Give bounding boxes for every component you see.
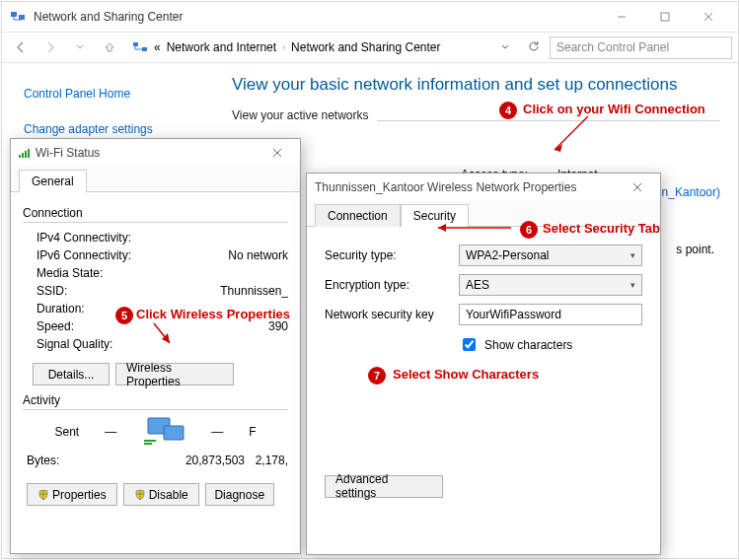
dash-2: — bbox=[211, 425, 223, 439]
advanced-settings-button[interactable]: Advanced settings bbox=[325, 475, 443, 498]
dash-1: — bbox=[105, 425, 116, 439]
computer-icon bbox=[142, 416, 185, 448]
annotation-badge-7: 7 bbox=[368, 367, 386, 385]
breadcrumb-item-2[interactable]: Network and Sharing Center bbox=[291, 40, 440, 54]
annotation-text-5: Click Wireless Properties bbox=[136, 307, 290, 321]
signal-label: Signal Quality: bbox=[23, 337, 156, 351]
bytes-recv: 2,178, bbox=[256, 454, 288, 467]
svg-rect-11 bbox=[164, 426, 184, 440]
window-title: Network and Sharing Center bbox=[34, 10, 600, 24]
change-adapter-link[interactable]: Change adapter settings bbox=[24, 122, 210, 136]
chevron-down-icon: ▾ bbox=[630, 250, 635, 260]
breadcrumb-item-1[interactable]: Network and Internet bbox=[167, 40, 276, 54]
svg-rect-13 bbox=[144, 443, 152, 445]
svg-rect-6 bbox=[133, 42, 138, 46]
tab-security[interactable]: Security bbox=[401, 204, 469, 227]
breadcrumb-dropdown[interactable] bbox=[492, 35, 518, 60]
show-characters-checkbox[interactable] bbox=[463, 338, 476, 351]
ssid-value: Thunnissen_ bbox=[156, 284, 288, 298]
encryption-type-select[interactable]: AES ▾ bbox=[459, 274, 642, 296]
annotation-badge-6: 6 bbox=[520, 221, 538, 239]
tab-general[interactable]: General bbox=[19, 170, 87, 192]
wifi-status-title: Wi-Fi Status bbox=[36, 146, 100, 160]
security-type-label: Security type: bbox=[325, 248, 451, 262]
diagnose-button[interactable]: Diagnose bbox=[205, 483, 274, 506]
tab-connection[interactable]: Connection bbox=[315, 204, 401, 227]
breadcrumb[interactable]: « Network and Internet › Network and Sha… bbox=[126, 35, 488, 59]
forward-button[interactable] bbox=[37, 35, 63, 60]
search-placeholder: Search Control Panel bbox=[556, 40, 669, 54]
tab-row: General bbox=[11, 167, 300, 192]
wifi-status-dialog: Wi-Fi Status General Connection IPv4 Con… bbox=[10, 138, 301, 554]
divider bbox=[377, 120, 720, 121]
network-key-input[interactable]: YourWifiPassword bbox=[459, 304, 642, 325]
ssid-label: SSID: bbox=[23, 284, 156, 298]
active-networks-label: View your active networks bbox=[232, 108, 369, 122]
breadcrumb-sep0: « bbox=[154, 40, 161, 54]
media-label: Media State: bbox=[23, 266, 156, 280]
security-type-value: WPA2-Personal bbox=[466, 248, 549, 262]
speed-value: 390 bbox=[156, 319, 288, 333]
encryption-type-label: Encryption type: bbox=[325, 278, 451, 292]
svg-rect-0 bbox=[11, 12, 17, 17]
props-title: Thunnissen_Kantoor Wireless Network Prop… bbox=[315, 180, 576, 194]
bytes-label: Bytes: bbox=[23, 454, 156, 467]
disable-label: Disable bbox=[149, 488, 188, 502]
disable-button[interactable]: Disable bbox=[123, 483, 199, 506]
annotation-text-6: Select Security Tab bbox=[543, 221, 660, 236]
close-button[interactable] bbox=[262, 142, 292, 164]
wireless-properties-button[interactable]: Wireless Properties bbox=[115, 363, 234, 385]
annotation-badge-5: 5 bbox=[115, 307, 133, 324]
received-label: F bbox=[249, 425, 256, 439]
connection-group-label: Connection bbox=[23, 206, 288, 220]
search-input[interactable]: Search Control Panel bbox=[550, 36, 732, 59]
recent-dropdown[interactable] bbox=[67, 35, 93, 60]
annotation-badge-4: 4 bbox=[499, 102, 517, 119]
svg-rect-12 bbox=[144, 440, 156, 442]
network-center-icon bbox=[10, 9, 26, 25]
props-titlebar: Thunnissen_Kantoor Wireless Network Prop… bbox=[307, 174, 660, 201]
ipv6-value: No network bbox=[156, 248, 288, 262]
encryption-value: AES bbox=[466, 278, 489, 292]
back-button[interactable] bbox=[8, 35, 34, 60]
ipv6-label: IPv6 Connectivity: bbox=[23, 248, 156, 262]
speed-label: Speed: bbox=[23, 319, 156, 333]
minimize-button[interactable] bbox=[600, 3, 643, 31]
close-button[interactable] bbox=[687, 3, 730, 31]
properties-label: Properties bbox=[52, 488, 107, 502]
show-characters-label: Show characters bbox=[484, 338, 572, 352]
maximize-button[interactable] bbox=[643, 3, 687, 31]
chevron-right-icon: › bbox=[282, 42, 285, 52]
details-button[interactable]: Details... bbox=[33, 363, 110, 385]
signal-icon bbox=[19, 148, 30, 158]
chevron-down-icon: ▾ bbox=[630, 280, 635, 290]
control-panel-home-link[interactable]: Control Panel Home bbox=[24, 87, 210, 101]
ipv4-label: IPv4 Connectivity: bbox=[23, 231, 156, 245]
bytes-sent: 20,873,503 bbox=[156, 454, 245, 467]
annotation-text-7: Select Show Characters bbox=[393, 367, 539, 382]
properties-button[interactable]: Properties bbox=[27, 483, 117, 506]
page-heading: View your basic network information and … bbox=[232, 75, 720, 95]
network-icon bbox=[132, 39, 148, 55]
sent-label: Sent bbox=[54, 425, 79, 439]
refresh-button[interactable] bbox=[522, 39, 546, 56]
network-key-value: YourWifiPassword bbox=[466, 308, 561, 321]
close-button[interactable] bbox=[623, 176, 652, 198]
titlebar: Network and Sharing Center bbox=[2, 2, 738, 32]
security-type-select[interactable]: WPA2-Personal ▾ bbox=[459, 245, 642, 266]
svg-rect-3 bbox=[661, 13, 669, 21]
network-key-label: Network security key bbox=[325, 308, 451, 321]
activity-group-label: Activity bbox=[23, 393, 288, 407]
annotation-text-4: Click on your Wifi Connection bbox=[523, 102, 705, 116]
up-button[interactable] bbox=[97, 35, 122, 60]
address-bar: « Network and Internet › Network and Sha… bbox=[2, 32, 738, 63]
wifi-status-titlebar: Wi-Fi Status bbox=[11, 139, 300, 167]
